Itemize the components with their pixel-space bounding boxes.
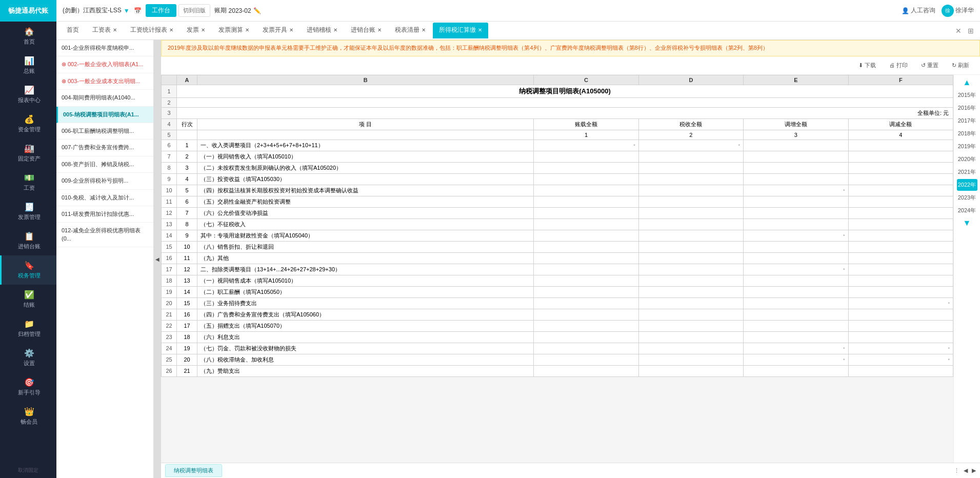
row-v3[interactable] [744,140,848,151]
old-version-button[interactable]: 切到旧版 [178,4,210,17]
tab-close-icon[interactable]: ✕ [289,27,293,33]
row-v4[interactable] [848,252,953,264]
sidebar-item-report[interactable]: 📈报表中心 [0,80,56,109]
row-v3[interactable]: * [744,343,848,354]
row-v1[interactable] [534,275,638,286]
row-v4[interactable] [848,331,953,343]
left-panel-item-001[interactable]: 001-企业所得税年度纳税申... [56,40,153,56]
tab-close-icon[interactable]: ✕ [113,27,117,33]
sidebar-item-vip[interactable]: 👑畅会员 [0,402,56,431]
tab-9[interactable]: 所得税汇算缴✕ [433,23,488,38]
row-v3[interactable] [744,320,848,331]
row-v1[interactable] [534,218,638,230]
left-panel-item-003[interactable]: ⊗003-一般企业成本支出明细... [56,73,153,90]
scroll-right-icon[interactable]: ▶ [972,467,976,474]
year-btn-2018年[interactable]: 2018年 [957,128,977,140]
row-v3[interactable] [744,162,848,173]
workbench-button[interactable]: 工作台 [146,4,176,17]
collapse-button[interactable]: ◀ [154,40,161,478]
row-v3[interactable] [744,207,848,218]
tab-close-icon[interactable]: ✕ [333,27,337,33]
row-v2[interactable] [638,162,743,173]
left-panel-item-006[interactable]: 006-职工薪酬纳税调整明细... [56,123,153,140]
year-btn-2021年[interactable]: 2021年 [957,166,977,178]
tab-8[interactable]: 税表清册✕ [389,23,432,38]
tab-5[interactable]: 发票开具✕ [256,23,299,38]
row-v2[interactable] [638,207,743,218]
reset-button[interactable]: ↺ 重置 [916,59,943,71]
tab-close-icon[interactable]: ✕ [201,27,205,33]
year-btn-2022年[interactable]: 2022年 [957,179,977,191]
row-v4[interactable] [848,230,953,241]
row-v3[interactable] [744,275,848,286]
row-v1[interactable] [534,196,638,207]
tab-close-icon[interactable]: ✕ [422,27,426,33]
row-v1[interactable] [534,173,638,185]
row-v1[interactable] [534,252,638,264]
year-btn-2019年[interactable]: 2019年 [957,141,977,152]
tab-0[interactable]: 首页 [61,23,85,38]
row-v2[interactable] [638,264,743,275]
tab-6[interactable]: 进销稽核✕ [301,23,344,38]
row-v1[interactable] [534,241,638,252]
row-v3[interactable] [744,365,848,376]
download-button[interactable]: ⬇ 下载 [854,59,881,71]
row-v4[interactable] [848,207,953,218]
sidebar-footer[interactable]: 取消固定 [0,463,56,478]
user-avatar[interactable]: 徐 徐泽华 [942,5,974,17]
tab-7[interactable]: 进销台账✕ [345,23,388,38]
row-v1[interactable] [534,185,638,196]
row-v2[interactable] [638,196,743,207]
row-v1[interactable]: * [534,140,638,151]
row-v3[interactable] [744,196,848,207]
year-btn-2016年[interactable]: 2016年 [957,102,977,114]
row-v2[interactable] [638,365,743,376]
year-nav-down[interactable]: ▼ [962,217,972,229]
user-service[interactable]: 👤 人工咨询 [902,6,935,15]
sidebar-item-ledger[interactable]: 📊总账 [0,51,56,80]
row-v1[interactable] [534,297,638,309]
row-v2[interactable] [638,354,743,365]
row-v4[interactable]: * [848,343,953,354]
row-v3[interactable] [744,151,848,162]
tab-close-icon[interactable]: ✕ [245,27,249,33]
row-v3[interactable]: * [744,354,848,365]
app-logo[interactable]: 畅捷通易代账 [0,0,56,22]
row-v1[interactable] [534,343,638,354]
row-v2[interactable] [638,309,743,320]
year-btn-2023年[interactable]: 2023年 [957,192,977,204]
row-v4[interactable] [848,140,953,151]
row-v2[interactable] [638,173,743,185]
left-panel-item-008[interactable]: 008-资产折旧、摊销及纳税... [56,156,153,173]
row-v2[interactable]: * [638,140,743,151]
row-v4[interactable] [848,218,953,230]
row-v3[interactable] [744,173,848,185]
sidebar-item-invoice[interactable]: 🧾发票管理 [0,197,56,226]
row-v2[interactable] [638,218,743,230]
row-v4[interactable] [848,320,953,331]
row-v3[interactable]: * [744,185,848,196]
row-v4[interactable] [848,196,953,207]
calendar-icon[interactable]: 📅 [134,7,142,14]
row-v2[interactable] [638,320,743,331]
row-v4[interactable]: * [848,297,953,309]
row-v4[interactable] [848,365,953,376]
row-v4[interactable] [848,264,953,275]
row-v1[interactable] [534,365,638,376]
left-panel-item-007[interactable]: 007-广告费和业务宣传费跨... [56,140,153,156]
expand-tab-button[interactable]: ⊞ [966,26,976,36]
left-panel-item-012[interactable]: 012-减免企业所得税优惠明细表(0... [56,223,153,247]
sidebar-item-fixed[interactable]: 🏭固定资产 [0,138,56,168]
tab-2[interactable]: 工资统计报表✕ [124,23,179,38]
row-v4[interactable] [848,241,953,252]
row-v1[interactable] [534,162,638,173]
left-panel-item-010[interactable]: 010-免税、减计收入及加计... [56,190,153,206]
row-v1[interactable] [534,230,638,241]
row-v3[interactable] [744,218,848,230]
row-v4[interactable] [848,309,953,320]
scroll-left-icon[interactable]: ◀ [964,467,968,474]
row-v2[interactable] [638,230,743,241]
row-v3[interactable] [744,297,848,309]
row-v4[interactable] [848,286,953,297]
sidebar-item-archive[interactable]: 📁归档管理 [0,314,56,343]
